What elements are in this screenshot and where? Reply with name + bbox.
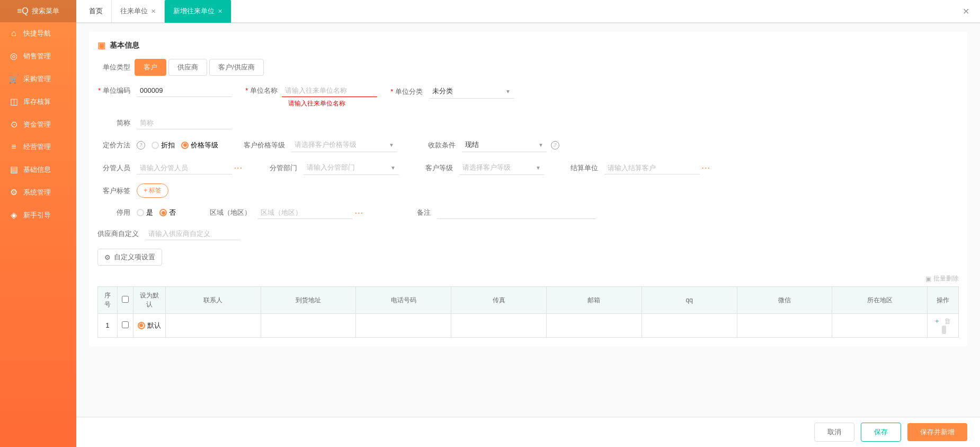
- pricing-method-group: 定价方法 ? 折扣 价格等级: [97, 141, 218, 150]
- row-wechat-input[interactable]: [741, 321, 829, 329]
- sidebar-item-purchase[interactable]: 🛒 采购管理: [0, 67, 76, 90]
- row-checkbox-input[interactable]: [122, 321, 129, 328]
- row-actions: + 🗑: [928, 314, 959, 338]
- radio-yes-circle: [137, 209, 144, 216]
- payment-terms-value: 现结: [465, 140, 536, 150]
- sidebar-item-sales[interactable]: ◎ 销售管理: [0, 45, 76, 67]
- sidebar-item-finance[interactable]: ⊙ 资金管理: [0, 113, 76, 136]
- row-contact[interactable]: [165, 314, 261, 338]
- save-and-new-button[interactable]: 保存并新增: [907, 423, 967, 441]
- row-fax[interactable]: [451, 314, 547, 338]
- supplier-custom-input[interactable]: [145, 227, 240, 240]
- tab-home[interactable]: 首页: [81, 0, 112, 23]
- row-wechat[interactable]: [737, 314, 832, 338]
- tabbar-close-button[interactable]: ✕: [956, 6, 976, 16]
- tab-new-partner-close[interactable]: ✕: [218, 8, 222, 15]
- basic-info-icon: ▤: [8, 164, 19, 174]
- region-label: 区域（地区）: [210, 208, 255, 217]
- sidebar-item-inventory[interactable]: ◫ 库存核算: [0, 90, 76, 113]
- short-name-row: 简称: [97, 117, 959, 129]
- row-address[interactable]: [261, 314, 356, 338]
- sales-icon: ◎: [8, 51, 19, 61]
- settlement-unit-input[interactable]: [604, 162, 700, 174]
- sidebar-search[interactable]: ≡Q 搜索菜单: [0, 0, 76, 22]
- customer-level-select[interactable]: 请选择客户等级 ▼: [459, 161, 544, 175]
- row-qq-input[interactable]: [645, 321, 734, 329]
- col-email: 邮箱: [547, 287, 642, 314]
- remark-input[interactable]: [437, 206, 596, 219]
- unit-category-value: 未分类: [432, 86, 503, 96]
- disabled-no-option[interactable]: 否: [159, 208, 176, 217]
- operations-icon: ≡: [8, 142, 19, 152]
- disabled-yes-label: 是: [146, 208, 153, 217]
- row-contact-input[interactable]: [169, 321, 257, 329]
- row-default: 默认: [133, 314, 165, 338]
- col-location: 所在地区: [832, 287, 928, 314]
- sidebar-item-system[interactable]: ⚙ 系统管理: [0, 181, 76, 204]
- row-qq[interactable]: [642, 314, 737, 338]
- department-label: 分管部门: [264, 163, 301, 173]
- tab-partners[interactable]: 往来单位 ✕: [112, 0, 165, 23]
- unit-type-customer-btn[interactable]: 客户: [135, 59, 166, 76]
- row-add-button[interactable]: +: [935, 317, 939, 325]
- col-seq: 序号: [98, 287, 118, 314]
- batch-delete-button[interactable]: ▣ 批量删除: [925, 274, 959, 283]
- customer-level-label: 客户等级: [420, 163, 457, 173]
- region-more-icon[interactable]: ···: [355, 209, 364, 217]
- unit-category-select[interactable]: 未分类 ▼: [429, 84, 514, 99]
- row-default-label: 默认: [147, 321, 161, 330]
- customer-price-level-select[interactable]: 请选择客户价格等级 ▼: [291, 138, 397, 152]
- row-phone-input[interactable]: [359, 321, 448, 329]
- unit-type-supplier-btn[interactable]: 供应商: [168, 59, 207, 76]
- payment-terms-select[interactable]: 现结 ▼: [462, 138, 547, 152]
- row-address-input[interactable]: [264, 321, 353, 329]
- department-select[interactable]: 请输入分管部门 ▼: [304, 161, 399, 175]
- pricing-level-option[interactable]: 价格等级: [181, 141, 218, 150]
- finance-icon: ⊙: [8, 119, 19, 129]
- row-location[interactable]: [832, 314, 928, 338]
- unit-code-input[interactable]: [137, 84, 232, 97]
- row-default-radio[interactable]: 默认: [137, 321, 162, 330]
- add-tag-button[interactable]: + 标签: [137, 183, 168, 198]
- save-button[interactable]: 保存: [861, 423, 901, 442]
- select-all-checkbox[interactable]: [122, 296, 129, 303]
- sidebar-item-label: 经营管理: [23, 142, 51, 152]
- sidebar-item-guide[interactable]: ◈ 新手引导: [0, 204, 76, 226]
- sidebar-item-basic-info[interactable]: ▤ 基础信息: [0, 158, 76, 181]
- manager-more-icon[interactable]: ···: [234, 164, 243, 172]
- col-phone: 电话号码: [356, 287, 451, 314]
- row-fax-input[interactable]: [455, 321, 543, 329]
- disabled-region-remark-row: 停用 是 否 区域（地区）: [97, 206, 959, 219]
- row-email-input[interactable]: [550, 321, 638, 329]
- remark-label: 备注: [398, 208, 435, 217]
- row-phone[interactable]: [356, 314, 451, 338]
- row-location-input[interactable]: [835, 321, 924, 329]
- custom-settings-button[interactable]: ⚙ 自定义项设置: [97, 249, 162, 266]
- customer-price-level-label: 客户价格等级: [244, 141, 289, 150]
- region-input[interactable]: [257, 206, 353, 219]
- unit-type-both-btn[interactable]: 客户/供应商: [209, 59, 264, 76]
- unit-name-input[interactable]: [282, 84, 377, 97]
- row-email[interactable]: [547, 314, 642, 338]
- row-drag-handle[interactable]: [942, 326, 946, 334]
- manager-input[interactable]: [137, 162, 232, 174]
- cancel-button[interactable]: 取消: [814, 423, 854, 442]
- tab-new-partner[interactable]: 新增往来单位 ✕: [165, 0, 231, 23]
- short-name-input[interactable]: [137, 117, 232, 129]
- settlement-unit-more-icon[interactable]: ···: [702, 164, 711, 172]
- pricing-method-help-icon[interactable]: ?: [137, 141, 145, 150]
- row-delete-button[interactable]: 🗑: [944, 317, 951, 325]
- pricing-discount-option[interactable]: 折扣: [152, 141, 175, 150]
- customer-tag-row: 客户标签 + 标签: [97, 183, 959, 198]
- tab-partners-close[interactable]: ✕: [151, 8, 156, 15]
- unit-code-label: 单位编码: [97, 86, 135, 95]
- unit-category-label: 单位分类: [390, 87, 427, 97]
- sidebar-item-operations[interactable]: ≡ 经营管理: [0, 136, 76, 158]
- col-qq: qq: [642, 287, 737, 314]
- supplier-custom-group: 供应商自定义: [97, 227, 240, 240]
- disabled-yes-option[interactable]: 是: [137, 208, 153, 217]
- customer-tag-group: 客户标签 + 标签: [97, 183, 168, 198]
- payment-terms-help-icon[interactable]: ?: [551, 141, 559, 150]
- sidebar-item-quick-nav[interactable]: ⌂ 快捷导航: [0, 22, 76, 45]
- unit-name-label: 单位名称: [245, 86, 282, 95]
